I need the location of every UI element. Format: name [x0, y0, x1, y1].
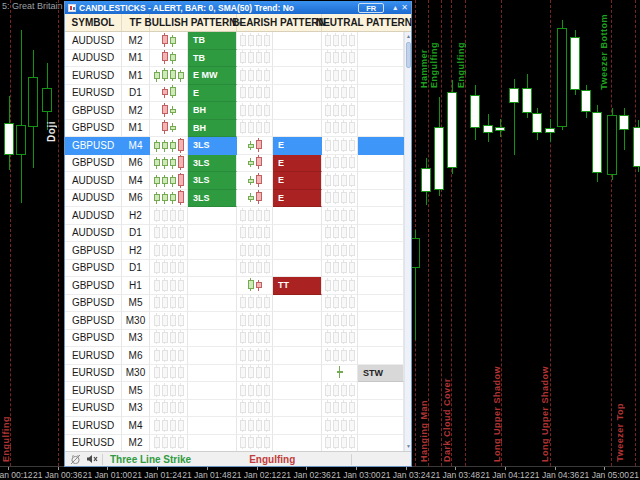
- candle-body: [522, 88, 532, 113]
- column-header-bullish[interactable]: BULLISH PATTERN▾: [150, 14, 237, 31]
- bullish-candles-cell: [150, 347, 188, 365]
- vertical-scrollbar[interactable]: ▲ ▼: [404, 32, 411, 451]
- symbol-cell: AUDUSD: [65, 207, 122, 225]
- placeholder-candle-icon: [162, 383, 168, 398]
- placeholder-candle-icon: [325, 243, 331, 258]
- pattern-candle-icon: [170, 50, 176, 65]
- table-row[interactable]: GBPUSDM2BH: [65, 102, 404, 120]
- timeframe-cell: M4: [122, 137, 150, 155]
- placeholder-candle-icon: [349, 348, 355, 363]
- pattern-candle-icon: [248, 278, 254, 293]
- timeframe-cell: M6: [122, 347, 150, 365]
- timeframe-cell: M4: [122, 417, 150, 435]
- bullish-candles-cell: [150, 260, 188, 278]
- table-row[interactable]: GBPUSDM5: [65, 295, 404, 313]
- table-row[interactable]: AUDUSDD1: [65, 225, 404, 243]
- placeholder-candle-icon: [178, 260, 184, 275]
- window-titlebar[interactable]: CANDLESTICKS - ALERT, BAR: 0, SMA(50) Tr…: [65, 1, 411, 14]
- placeholder-candle-icon: [333, 383, 339, 398]
- table-row[interactable]: GBPUSDM43LSE: [65, 137, 404, 155]
- table-row[interactable]: EURUSDD1E: [65, 85, 404, 103]
- bearish-candles-cell: [237, 260, 273, 278]
- candle-body: [545, 128, 555, 133]
- close-icon[interactable]: ✕: [401, 3, 408, 13]
- placeholder-candle-icon: [154, 383, 160, 398]
- placeholder-candle-icon: [248, 225, 254, 240]
- pattern-candle-icon: [256, 190, 262, 205]
- symbol-cell: GBPUSD: [65, 155, 122, 173]
- bearish-candles-cell: [237, 155, 273, 173]
- placeholder-candle-icon: [349, 33, 355, 48]
- placeholder-candle-icon: [264, 418, 270, 433]
- placeholder-candle-icon: [170, 400, 176, 415]
- timeframe-cell: M30: [122, 312, 150, 330]
- table-row[interactable]: EURUSDM5: [65, 382, 404, 400]
- bearish-pattern-cell: [273, 295, 322, 313]
- placeholder-candle-icon: [264, 348, 270, 363]
- column-header-symbol[interactable]: SYMBOL: [65, 14, 122, 31]
- placeholder-candle-icon: [349, 435, 355, 450]
- table-row[interactable]: EURUSDM4: [65, 417, 404, 435]
- pattern-candle-icon: [162, 68, 168, 83]
- table-row[interactable]: AUDUSDM2TB: [65, 32, 404, 50]
- placeholder-candle-icon: [178, 383, 184, 398]
- pattern-candle-icon: [170, 190, 176, 205]
- table-row[interactable]: EURUSDM6: [65, 347, 404, 365]
- table-row[interactable]: AUDUSDM43LSE: [65, 172, 404, 190]
- symbol-cell: AUDUSD: [65, 225, 122, 243]
- placeholder-candle-icon: [154, 313, 160, 328]
- placeholder-candle-icon: [264, 103, 270, 118]
- placeholder-candle-icon: [341, 50, 347, 65]
- speaker-muted-icon[interactable]: [86, 454, 98, 464]
- column-header-bearish[interactable]: BEARISH PATTERN: [237, 14, 322, 31]
- placeholder-candle-icon: [341, 103, 347, 118]
- table-row[interactable]: GBPUSDM63LSE: [65, 155, 404, 173]
- placeholder-candle-icon: [341, 243, 347, 258]
- table-row[interactable]: EURUSDM1E MW: [65, 67, 404, 85]
- table-row[interactable]: EURUSDM2: [65, 435, 404, 452]
- candle-body: [470, 95, 480, 128]
- scroll-down-icon[interactable]: ▼: [405, 442, 411, 451]
- pattern-candle-icon: [154, 173, 160, 188]
- column-header-neutral[interactable]: NEUTRAL PATTERN: [322, 14, 406, 31]
- placeholder-candle-icon: [341, 383, 347, 398]
- table-row[interactable]: GBPUSDM30: [65, 312, 404, 330]
- placeholder-candle-icon: [256, 348, 262, 363]
- scroll-up-icon[interactable]: ▲: [405, 32, 411, 41]
- placeholder-candle-icon: [256, 418, 262, 433]
- table-row[interactable]: GBPUSDM3: [65, 330, 404, 348]
- placeholder-candle-icon: [178, 435, 184, 450]
- pattern-candle-icon: [154, 68, 160, 83]
- placeholder-candle-icon: [264, 85, 270, 100]
- bearish-pattern-cell: E: [273, 137, 322, 155]
- placeholder-candle-icon: [154, 208, 160, 223]
- table-row[interactable]: GBPUSDH2: [65, 242, 404, 260]
- collapse-icon[interactable]: ▴: [393, 3, 397, 13]
- table-row[interactable]: GBPUSDD1: [65, 260, 404, 278]
- bearish-pattern-cell: [273, 225, 322, 243]
- alarm-muted-icon[interactable]: [70, 454, 81, 465]
- table-row[interactable]: GBPUSDM1BH: [65, 120, 404, 138]
- pattern-candle-icon: [170, 155, 176, 170]
- table-row[interactable]: EURUSDM3: [65, 400, 404, 418]
- table-row[interactable]: EURUSDM30STW: [65, 365, 404, 383]
- table-row[interactable]: AUDUSDM1TB: [65, 50, 404, 68]
- placeholder-candle-icon: [341, 418, 347, 433]
- bullish-pattern-cell: [188, 312, 237, 330]
- scrollbar-thumb[interactable]: [406, 42, 411, 68]
- symbol-cell: EURUSD: [65, 365, 122, 383]
- timeframe-cell: M6: [122, 155, 150, 173]
- placeholder-candle-icon: [240, 400, 246, 415]
- neutral-candles-cell: [322, 330, 358, 348]
- bearish-pattern-cell: E: [273, 190, 322, 208]
- table-row[interactable]: AUDUSDH2: [65, 207, 404, 225]
- placeholder-candle-icon: [248, 260, 254, 275]
- fr-button[interactable]: FR: [358, 3, 384, 13]
- placeholder-candle-icon: [325, 418, 331, 433]
- bullish-candles-cell: [150, 225, 188, 243]
- placeholder-candle-icon: [162, 208, 168, 223]
- table-row[interactable]: AUDUSDM63LSE: [65, 190, 404, 208]
- bullish-candles-cell: [150, 190, 188, 208]
- table-row[interactable]: GBPUSDH1TT: [65, 277, 404, 295]
- bullish-candles-cell: [150, 172, 188, 190]
